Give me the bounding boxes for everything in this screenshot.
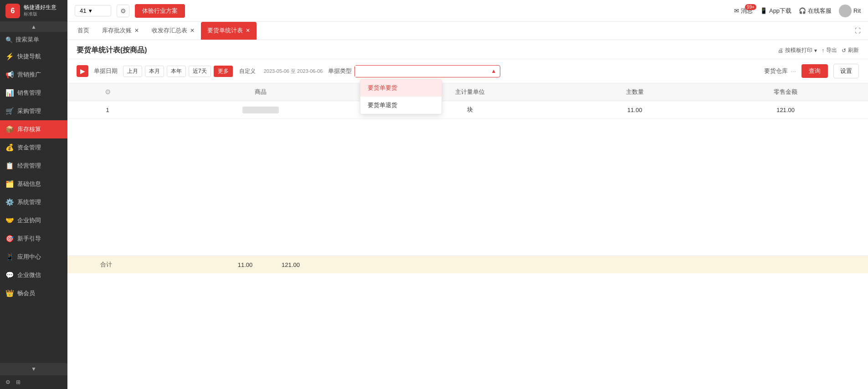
tab-close-icon[interactable]: ✕ [190,27,195,34]
dropdown-item-return[interactable]: 要货单退货 [360,97,442,114]
date-7days-btn[interactable]: 近7天 [189,66,211,77]
export-button[interactable]: ↑ 导出 [822,46,837,54]
tab-close-icon[interactable]: ✕ [246,27,250,34]
tab-collect[interactable]: 收发存汇总表✕ [145,22,201,40]
header-gear-button[interactable]: ⚙ [117,5,129,17]
trial-button[interactable]: 体验行业方案 [135,4,185,18]
th-amount: 零售金额 [703,83,868,101]
expand-icon: ⛶ [855,27,861,34]
sidebar-item-sales[interactable]: 📊销售管理 [0,84,67,102]
refresh-icon: ↺ [842,47,846,54]
service-icon: 🎧 [799,7,806,14]
print-arrow-icon: ▾ [814,47,817,54]
sidebar-item-inventory[interactable]: 📦库存核算 [0,120,67,138]
breadcrumb-value: 41 [80,7,86,14]
app-title: 畅捷通好生意 [24,4,56,11]
sidebar-item-finance[interactable]: 💰资金管理 [0,138,67,157]
tab-batch[interactable]: 库存批次账✕ [96,22,145,40]
sidebar-search[interactable]: 🔍 搜索菜单 [0,32,67,47]
online-service-button[interactable]: 🎧 在线客服 [799,7,832,15]
date-filter-label: 单据日期 [94,67,118,75]
avatar [839,5,852,17]
print-button[interactable]: 🖨 按模板打印 ▾ [778,46,817,54]
type-dropdown-toggle[interactable]: ▲ [487,68,500,74]
type-filter-label: 单据类型 [328,67,352,75]
tab-home[interactable]: 首页 [71,22,96,40]
setting-button[interactable]: 设置 [833,64,859,78]
query-button[interactable]: 查询 [801,64,828,78]
appstore-icon: 📱 [5,253,14,261]
print-label: 按模板打印 [785,46,812,54]
sidebar-item-label: 企业微信 [17,271,41,279]
tab-order_stats[interactable]: 要货单统计表✕ [201,22,257,40]
sidebar: 6 畅捷通好生意 标准版 ▲ 🔍 搜索菜单 ⚡快捷导航📢营销推广📊销售管理🛒采购… [0,0,67,389]
sidebar-item-label: 采购管理 [17,107,41,115]
sidebar-item-member[interactable]: 👑畅会员 [0,284,67,302]
table-empty-space [67,119,868,256]
sidebar-item-marketing[interactable]: 📢营销推广 [0,66,67,84]
warehouse-more-dots[interactable]: ··· [791,67,796,75]
date-more-btn[interactable]: 更多 [214,66,233,77]
page-title-bar: 要货单统计表(按商品) 🖨 按模板打印 ▾ ↑ 导出 ↺ 刷新 [67,40,868,59]
type-dropdown: 要货单要货 要货单退货 [360,79,442,114]
table-header-row: ⚙ 商品 主计量单位 主数量 零售金额 [67,83,868,101]
type-filter-input[interactable] [355,66,487,77]
th-gear: ⚙ [67,83,148,101]
sidebar-item-system[interactable]: ⚙️系统管理 [0,193,67,211]
cell-amount: 121.00 [703,101,868,119]
finance-icon: 💰 [5,143,14,152]
date-this-year-btn[interactable]: 本年 [167,66,186,77]
table-gear-icon[interactable]: ⚙ [105,88,111,96]
type-filter-group: 单据类型 ▲ 要货单要货 要货单退货 [328,65,759,77]
cell-num: 1 [67,101,148,119]
cell-product-blurred [242,107,279,113]
sidebar-item-appstore[interactable]: 📱应用中心 [0,248,67,266]
sidebar-item-collab[interactable]: 🤝企业协同 [0,211,67,230]
dropdown-item-request[interactable]: 要货单要货 [360,79,442,97]
data-table-wrap: ⚙ 商品 主计量单位 主数量 零售金额 1 [67,83,868,119]
sidebar-settings-icon[interactable]: ⚙ [5,379,10,385]
tab-label: 库存批次账 [102,26,132,35]
sidebar-item-label: 企业协同 [17,216,41,225]
app-subtitle: 标准版 [24,11,56,17]
user-avatar-area[interactable]: Rit [839,5,861,17]
app-download-button[interactable]: 📱 App下载 [760,7,791,15]
sidebar-logo: 6 畅捷通好生意 标准版 [0,0,67,22]
sidebar-item-basic[interactable]: 🗂️基础信息 [0,175,67,193]
marketing-icon: 📢 [5,71,14,79]
table-row: 1 块 11.00 121.00 [67,101,868,119]
sidebar-item-label: 资金管理 [17,143,41,152]
sales-icon: 📊 [5,89,14,97]
sidebar-item-purchase[interactable]: 🛒采购管理 [0,102,67,120]
sidebar-scroll-up[interactable]: ▲ [0,22,67,32]
app-logo-icon: 6 [5,4,20,18]
sidebar-item-operation[interactable]: 📋经营管理 [0,157,67,175]
sidebar-item-guide[interactable]: 🎯新手引导 [0,230,67,248]
breadcrumb-selector[interactable]: 41 ▾ [75,5,111,16]
sidebar-item-label: 库存核算 [17,125,41,133]
date-last-month-btn[interactable]: 上月 [123,66,142,77]
th-qty: 主数量 [566,83,703,101]
main-area: 41 ▾ ⚙ 体验行业方案 ✉ 消息 99+ 📱 App下载 🎧 在线客服 Ri… [67,0,868,389]
member-icon: 👑 [5,289,14,297]
filter-bar: ▶ 单据日期 上月 本月 本年 近7天 更多 自定义 2023-05-06 至 … [67,59,868,83]
messages-button[interactable]: ✉ 消息 99+ [734,7,753,15]
sidebar-toggle-icon[interactable]: ⊞ [16,379,21,385]
tab-close-icon[interactable]: ✕ [134,27,139,34]
sidebar-item-shortcut[interactable]: ⚡快捷导航 [0,47,67,66]
sidebar-scroll-down[interactable]: ▼ [0,363,67,375]
tab-expand-button[interactable]: ⛶ [851,22,864,40]
operation-icon: 📋 [5,162,14,170]
sidebar-search-label: 搜索菜单 [15,36,39,44]
refresh-button[interactable]: ↺ 刷新 [842,46,859,54]
warehouse-filter-label: 要货仓库 [764,67,788,75]
sidebar-item-label: 快捷导航 [17,52,41,61]
sidebar-item-label: 新手引导 [17,235,41,243]
filter-toggle-button[interactable]: ▶ [77,65,88,77]
export-label: 导出 [826,46,837,54]
sidebar-item-wechat[interactable]: 💬企业微信 [0,266,67,284]
top-header: 41 ▾ ⚙ 体验行业方案 ✉ 消息 99+ 📱 App下载 🎧 在线客服 Ri… [67,0,868,22]
collab-icon: 🤝 [5,216,14,225]
date-this-month-btn[interactable]: 本月 [145,66,164,77]
date-custom-btn[interactable]: 自定义 [236,66,259,77]
